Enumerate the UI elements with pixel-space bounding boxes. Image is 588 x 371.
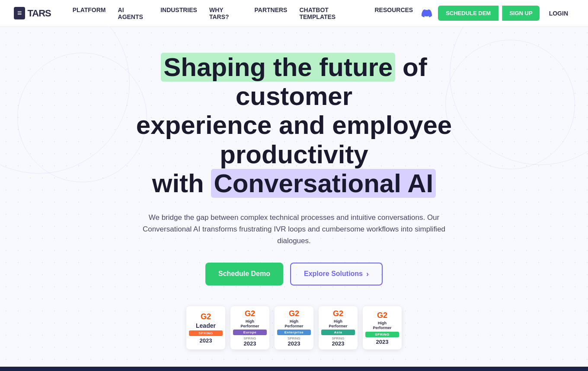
badge-year-4: 2023	[332, 340, 345, 347]
footer-dark-section: ≡ TARS ★ ★ ★ ★ ★ 4.6/5	[0, 367, 588, 371]
badge-leader: G2 Leader SPRING 2023	[186, 306, 225, 349]
badge-type-leader: Leader	[196, 322, 216, 330]
hero-title-highlight-green: Shaping the future	[161, 53, 395, 82]
badge-bar-3: Enterprise	[277, 330, 311, 335]
badge-bar-4: Asia	[321, 330, 355, 335]
badge-bar-1: SPRING	[189, 330, 223, 336]
nav-item-industries[interactable]: INDUSTRIES	[154, 3, 203, 17]
hero-title-highlight-purple: Conversational AI	[211, 169, 436, 198]
navbar: ≡ TARS PLATFORM AI AGENTS INDUSTRIES WHY…	[0, 0, 588, 27]
badge-year-3: 2023	[288, 340, 300, 347]
nav-item-ai-agents[interactable]: AI AGENTS	[112, 3, 155, 24]
nav-item-resources[interactable]: RESOURCES	[368, 3, 419, 17]
badge-type-hp-asia: HighPerformer	[329, 319, 347, 329]
badge-high-performer-spring: G2 HighPerformer SPRING 2023	[363, 306, 402, 349]
badge-type-hp-europe: HighPerformer	[240, 319, 259, 329]
hero-section: Shaping the future of customer experienc…	[0, 27, 588, 367]
nav-right: SCHEDULE DEM SIGN UP LOGIN	[419, 6, 574, 21]
nav-item-partners[interactable]: PARTNERS	[248, 3, 293, 17]
g2-icon-5: G2	[377, 311, 387, 320]
hero-buttons: Schedule Demo Explore Solutions ›	[99, 263, 489, 285]
signup-button[interactable]: SIGN UP	[502, 6, 539, 21]
hero-content: Shaping the future of customer experienc…	[99, 53, 489, 349]
badge-bar-5: SPRING	[365, 332, 399, 337]
badge-bar-2: Europe	[233, 330, 267, 335]
nav-item-platform[interactable]: PLATFORM	[67, 3, 112, 17]
logo-box-icon: ≡	[14, 7, 25, 19]
badge-year-2: 2023	[244, 340, 256, 347]
badge-high-performer-enterprise: G2 HighPerformer Enterprise SPRING 2023	[275, 306, 313, 349]
discord-icon[interactable]	[419, 6, 435, 21]
g2-icon-1: G2	[201, 312, 211, 321]
badge-year-5: 2023	[376, 339, 389, 345]
schedule-demo-button[interactable]: SCHEDULE DEM	[438, 6, 499, 21]
badges-row: G2 Leader SPRING 2023 G2 HighPerformer E…	[99, 306, 489, 349]
nav-links: PLATFORM AI AGENTS INDUSTRIES WHY TARS? …	[67, 3, 419, 24]
hero-subtitle: We bridge the gap between complex techni…	[138, 212, 450, 247]
badge-type-hp-spring: HighPerformer	[373, 321, 391, 330]
badge-year-1: 2023	[200, 337, 212, 344]
g2-icon-2: G2	[245, 309, 255, 318]
logo[interactable]: ≡ TARS	[14, 7, 51, 19]
badge-high-performer-asia: G2 HighPerformer Asia SPRING 2023	[319, 306, 358, 349]
arrow-icon: ›	[366, 270, 369, 279]
g2-icon-4: G2	[333, 309, 343, 318]
explore-solutions-button[interactable]: Explore Solutions ›	[290, 263, 383, 285]
schedule-demo-hero-button[interactable]: Schedule Demo	[205, 263, 283, 285]
g2-icon-3: G2	[289, 309, 299, 318]
explore-solutions-label: Explore Solutions	[304, 270, 363, 278]
badge-sub-2: SPRING	[244, 336, 256, 340]
nav-item-chatbot-templates[interactable]: CHATBOT TEMPLATES	[293, 3, 368, 24]
nav-item-why-tars[interactable]: WHY TARS?	[203, 3, 249, 24]
badge-high-performer-europe: G2 HighPerformer Europe SPRING 2023	[230, 306, 269, 349]
badge-sub-4: SPRING	[332, 336, 345, 340]
login-button[interactable]: LOGIN	[543, 6, 574, 20]
badge-sub-3: SPRING	[288, 336, 300, 340]
badge-type-hp-enterprise: HighPerformer	[284, 319, 303, 329]
logo-text: TARS	[28, 8, 51, 19]
hero-title: Shaping the future of customer experienc…	[99, 53, 489, 198]
